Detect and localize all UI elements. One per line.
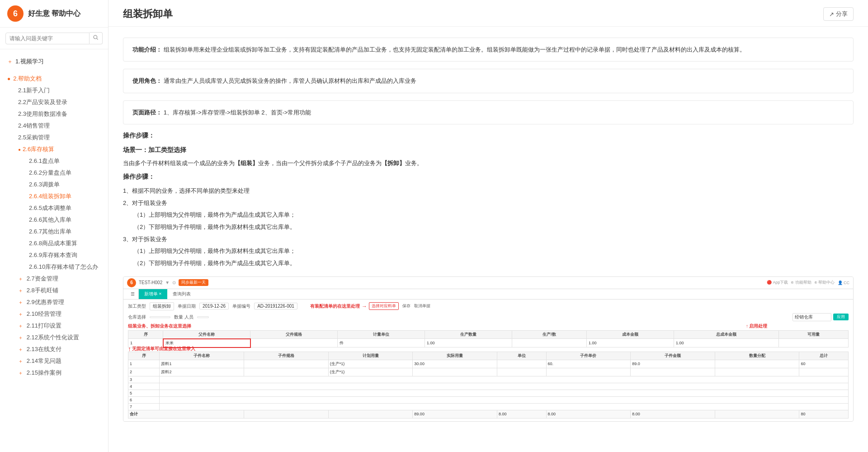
step-2: 2、对于组装业务 <box>123 198 854 209</box>
sidebar-item-video[interactable]: ＋ 1.视频学习 <box>7 56 101 67</box>
sidebar-item-install[interactable]: 2.2产品安装及登录 <box>7 96 101 108</box>
sidebar-item-print[interactable]: ＋ 2.11打印设置 <box>7 320 101 332</box>
table-row: 7 <box>128 403 849 410</box>
sidebar: 6 好生意 帮助中心 ＋ 1.视频学习 ● 2.帮助文档 2.1新手 <box>0 0 108 452</box>
content-area: 功能介绍： 组装拆卸单用来处理企业组装或拆卸等加工业务，支持有固定装配清单的产品… <box>108 27 868 452</box>
path-label: 页面路径： <box>132 109 162 116</box>
role-block: 使用角色： 通常由生产人员或库管人员完成拆装业务的操作，库管人员确认原材料的出库… <box>123 69 854 93</box>
step-3-2: （2）下部明细为子件明细，最终作为产成品生成其它入库单。 <box>134 258 854 269</box>
logo-icon: 6 <box>7 5 24 22</box>
app-logo: 6 <box>127 278 136 287</box>
sidebar-stock-subnav: 2.6.1盘点单 2.6.2分量盘点单 2.6.3调拨单 2.6.4组装拆卸单 … <box>7 155 101 273</box>
table-row: 3 <box>128 376 849 383</box>
warehouse-input[interactable]: 经销仓库 <box>793 313 831 321</box>
intro-text: 组装拆卸单用来处理企业组装或拆卸等加工业务，支持有固定装配清单的产品加工业务，也… <box>164 46 745 53</box>
ops-steps-heading: 操作步骤： <box>123 173 854 181</box>
search-area <box>0 28 108 49</box>
minus-icon: ● <box>7 76 10 82</box>
step-3-1: （1）上部明细为父件明细，最终作为原材料生成其它出库单； <box>134 246 854 257</box>
arrow-up2: ↑ <box>128 345 131 352</box>
sidebar-item-sales[interactable]: 2.4销售管理 <box>7 120 101 132</box>
save-btn[interactable]: 保存 <box>402 303 410 309</box>
sidebar-item-stock7[interactable]: 2.6.7其他出库单 <box>13 226 101 238</box>
app-form: 加工类型 组装拆卸 单据日期 2019-12-26 单据编号 AD-201912… <box>123 300 853 421</box>
sidebar-item-stock9[interactable]: 2.6.9库存账本查询 <box>13 249 101 261</box>
table-row: 1 原料1 (生产*1) 30.00 60. 89.0 <box>128 360 849 368</box>
app-company: TEST-H002 <box>139 280 162 285</box>
table-row: 5 <box>128 390 849 396</box>
sidebar-section-video: ＋ 1.视频学习 <box>0 53 108 70</box>
ann3-area: ↑ 启用处理 <box>746 323 767 329</box>
ann4-label: 无固定清单可由直接在这里录入 <box>132 346 195 352</box>
ops-section: 操作步骤： 场景一：加工类型选择 当由多个子件材料组装成一个成品的业务为【组装】… <box>123 132 854 422</box>
ops-heading: 操作步骤： <box>123 132 854 140</box>
sidebar-item-faq[interactable]: ＋ 2.14常见问题 <box>7 355 101 367</box>
role-text: 通常由生产人员或库管人员完成拆装业务的操作，库管人员确认原材料的出库和产成品的入… <box>164 77 416 84</box>
ann1-label: 有装配清单的在这里处理 <box>310 303 360 309</box>
intro-block: 功能介绍： 组装拆卸单用来处理企业组装或拆卸等加工业务，支持有固定装配清单的产品… <box>123 38 854 62</box>
scenario1-desc: 当由多个子件材料组装成一个成品的业务为【组装】业务，当由一个父件拆分成多个子产品… <box>123 158 854 169</box>
ann2-label: 组装业务、拆卸业务在这里选择 <box>128 323 191 329</box>
sidebar-item-stock6[interactable]: 2.6.6其他入库单 <box>13 214 101 226</box>
parent-table-area: 序 父件名称 父件规格 计量单位 生产数量 生产/数 成本金额 总成本金额 可用 <box>128 330 849 348</box>
sidebar-item-stock3[interactable]: 2.6.3调拨单 <box>13 179 101 190</box>
sidebar-item-stock10[interactable]: 2.6.10库存账本错了怎么办 <box>13 261 101 273</box>
step-2-2: （2）下部明细为子件明细，最终作为原材料生成其它出库单。 <box>134 222 854 233</box>
search-input[interactable] <box>5 33 90 44</box>
arrow-up: ↑ <box>746 324 748 328</box>
sidebar-item-pay[interactable]: ＋ 2.13在线支付 <box>7 343 101 355</box>
step-2-1: （1）上部明细为父件明细，最终作为产成品生成其它入库单； <box>134 209 854 221</box>
sidebar-item-stock1[interactable]: 2.6.1盘点单 <box>13 155 101 167</box>
child-table-area: ↑ 无固定清单可由直接在这里录入 序 子件名称 子件规格 计划用量 <box>128 352 849 419</box>
sidebar-item-coupon[interactable]: ＋ 2.9优惠券管理 <box>7 296 101 308</box>
sidebar-item-stock[interactable]: ● 2.6库存核算 <box>7 143 101 155</box>
app-topbar: 6 TEST-H002 ▼ ⊙ 同步最新一天 🔴 App下载 ⊕ 功能帮助 ⊕ … <box>123 277 853 289</box>
screenshot-preview: 6 TEST-H002 ▼ ⊙ 同步最新一天 🔴 App下载 ⊕ 功能帮助 ⊕ … <box>123 276 854 422</box>
form-date-val: 2019-12-26 <box>199 303 229 309</box>
sidebar-item-stock8[interactable]: 2.6.8商品成本重算 <box>13 238 101 249</box>
search-button[interactable] <box>90 32 103 44</box>
sidebar-item-system[interactable]: ＋ 2.12系统个性化设置 <box>7 332 101 343</box>
sidebar-item-data[interactable]: 2.3使用前数据准备 <box>7 108 101 120</box>
parent-table: 序 父件名称 父件规格 计量单位 生产数量 生产/数 成本金额 总成本金额 可用 <box>128 330 849 348</box>
form-type-val[interactable]: 组装拆卸 <box>150 302 174 310</box>
sidebar-item-stock2[interactable]: 2.6.2分量盘点单 <box>13 167 101 179</box>
table-row: 6 <box>128 396 849 403</box>
match-btn[interactable]: 选择对应料单 <box>369 302 399 310</box>
sidebar-item-cases[interactable]: ＋ 2.15操作案例 <box>7 367 101 379</box>
path-block: 页面路径： 1、库存核算->库存管理->组装拆卸单 2、首页->常用功能 <box>123 100 854 124</box>
share-button[interactable]: ↗ 分享 <box>823 7 854 21</box>
app-tab-nav: ☰ <box>127 289 139 299</box>
intro-label: 功能介绍： <box>132 46 162 53</box>
sidebar-item-new-user[interactable]: 2.1新手入门 <box>7 85 101 96</box>
sidebar-item-docs[interactable]: ● 2.帮助文档 <box>7 73 101 85</box>
cancel-btn[interactable]: 取消单据 <box>414 303 430 309</box>
app-tab-list[interactable]: 查询列表 <box>167 289 196 299</box>
ann2-area: 组装业务、拆卸业务在这里选择 <box>128 323 191 329</box>
step-3: 3、对于拆装业务 <box>123 234 854 245</box>
app-title: 好生意 帮助中心 <box>28 9 80 19</box>
sidebar-section-docs: ● 2.帮助文档 2.1新手入门 2.2产品安装及登录 2.3使用前数据准备 2… <box>0 70 108 381</box>
sidebar-item-finance[interactable]: ＋ 2.7资金管理 <box>7 273 101 285</box>
app-tab-new[interactable]: 新增单 ✕ <box>139 289 167 299</box>
svg-point-0 <box>94 35 97 39</box>
sidebar-item-stock5[interactable]: 2.6.5成本调整单 <box>13 202 101 214</box>
table-row: 2 原料2 (生产*1) <box>128 368 849 376</box>
sidebar-item-purchase[interactable]: 2.5采购管理 <box>7 132 101 143</box>
share-icon: ↗ <box>829 11 834 18</box>
main-content: 组装拆卸单 ↗ 分享 功能介绍： 组装拆卸单用来处理企业组装或拆卸等加工业务，支… <box>108 0 868 452</box>
path-text: 1、库存核算->库存管理->组装拆卸单 2、首页->常用功能 <box>164 109 311 116</box>
step-1: 1、根据不同的业务，选择不同单据的类型来处理 <box>123 186 854 197</box>
child-table: 序 子件名称 子件规格 计划用量 实际用量 单位 子件单价 子件金额 数量分配 <box>128 352 849 419</box>
form-docnum-label: 单据编号 <box>232 303 250 309</box>
sidebar-item-mobile[interactable]: ＋ 2.8手机旺铺 <box>7 285 101 296</box>
page-title: 组装拆卸单 <box>123 7 173 21</box>
table-row: 4 <box>128 383 849 390</box>
sidebar-item-ops[interactable]: ＋ 2.10经营管理 <box>7 308 101 320</box>
form-type-label: 加工类型 <box>128 303 146 309</box>
apply-btn[interactable]: 应用 <box>833 314 849 320</box>
ann3-label: 启用处理 <box>749 323 767 329</box>
sidebar-item-stock4[interactable]: 2.6.4组装拆卸单 <box>13 190 101 202</box>
sidebar-nav: ＋ 1.视频学习 ● 2.帮助文档 2.1新手入门 2.2产品安装及登录 2.3… <box>0 49 108 452</box>
steps-list: 1、根据不同的业务，选择不同单据的类型来处理 2、对于组装业务 （1）上部明细为… <box>123 186 854 269</box>
